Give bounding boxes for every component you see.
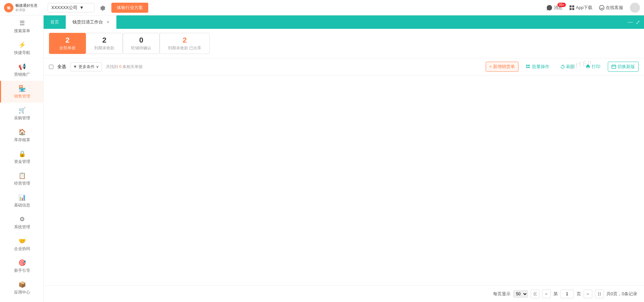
more-filter-label: 更多条件 xyxy=(78,64,95,70)
settings-button[interactable] xyxy=(97,2,108,13)
sidebar-label-marketing: 营销推广 xyxy=(14,72,30,77)
company-name: XXXXXX公司 xyxy=(51,5,77,11)
sidebar-item-system[interactable]: ⚙ 系统管理 xyxy=(0,212,43,233)
add-sale-order-button[interactable]: + 新增销货单 xyxy=(486,62,519,72)
svg-text:畅: 畅 xyxy=(7,6,10,10)
stat-tab-out[interactable]: 2 到期未收款 已出库 xyxy=(160,33,210,54)
logo-sub-text: 标准版 xyxy=(15,8,38,12)
svg-rect-2 xyxy=(570,5,572,7)
enterprise-icon: 🤝 xyxy=(18,237,26,245)
more-filter-button[interactable]: ▼ 更多条件 ∨ xyxy=(70,62,102,71)
sidebar-item-purchase[interactable]: 🛒 采购管理 xyxy=(0,103,43,124)
svg-rect-10 xyxy=(528,67,530,68)
top-header: 畅 畅捷通好生意 标准版 XXXXXX公司 ▼ 体验行业方案 消息 99+ xyxy=(0,0,644,15)
svg-rect-5 xyxy=(572,8,574,10)
sidebar-item-basic-info[interactable]: 📊 基础信息 xyxy=(0,190,43,212)
avatar xyxy=(630,3,640,13)
trial-button[interactable]: 体验行业方案 xyxy=(111,3,148,13)
last-page-button[interactable]: ⟩⟩ xyxy=(595,290,604,298)
finance-icon: 🔒 xyxy=(18,150,26,158)
next-page-button[interactable]: ＞ xyxy=(584,290,592,298)
sales-icon: 🏪 xyxy=(18,85,26,92)
toolbar-right: + 新增销货单 批量操作 刷新 xyxy=(486,62,639,72)
batch-btn-label: 批量操作 xyxy=(532,64,549,70)
filter-chevron-icon: ∨ xyxy=(96,64,99,69)
svg-rect-8 xyxy=(528,65,530,66)
stat-tab-overdue[interactable]: 2 到期未收款 xyxy=(86,33,123,54)
search-menu-icon: ☰ xyxy=(19,19,25,27)
print-btn-label: 打印 xyxy=(592,64,600,70)
stats-tabs: 2 全部单据 2 到期未收款 0 旺铺待确认 2 到期未收款 已出库 xyxy=(44,29,644,58)
refresh-button[interactable]: 刷新 xyxy=(557,62,578,71)
stat-num-pending: 0 xyxy=(139,36,143,45)
tab-minimize-icon[interactable]: — xyxy=(628,19,633,25)
company-selector[interactable]: XXXXXX公司 ▼ xyxy=(48,3,95,12)
sidebar-item-search-menu[interactable]: ☰ 搜索菜单 xyxy=(0,15,43,37)
pagination: 每页显示 50 ⟨⟨ ＜ 第 页 ＞ ⟩⟩ 共0页，0条记录 xyxy=(44,285,644,302)
stat-tab-pending[interactable]: 0 旺铺待确认 xyxy=(123,33,160,54)
basic-info-icon: 📊 xyxy=(18,194,26,201)
sidebar-label-basic: 基础信息 xyxy=(14,202,30,208)
app-download-button[interactable]: App下载 xyxy=(569,5,592,11)
sidebar-item-inventory[interactable]: 🏠 库存核算 xyxy=(0,124,43,146)
user-avatar-area[interactable] xyxy=(630,3,640,13)
header-right: 消息 99+ App下载 在线客服 xyxy=(546,3,640,13)
tab-expand-icon[interactable]: ⤢ xyxy=(636,19,640,25)
select-all-label: 全选 xyxy=(57,64,66,70)
main-layout: ☰ 搜索菜单 ⚡ 快捷导航 📢 营销推广 🏪 销售管理 🛒 采购管理 🏠 库存核… xyxy=(0,15,644,302)
sidebar-label-finance: 资金管理 xyxy=(14,159,30,165)
page-label: 第 xyxy=(553,291,558,297)
sidebar-item-guide[interactable]: 🎯 新手引导 xyxy=(0,255,43,277)
batch-operation-button[interactable]: 批量操作 xyxy=(523,62,553,71)
sidebar-item-wechat[interactable]: 💬 企业微信 xyxy=(0,299,43,302)
found-count: 0 xyxy=(119,64,121,69)
found-unit: 条相关单据 xyxy=(122,64,143,69)
sidebar-item-app-center[interactable]: 📦 应用中心 xyxy=(0,277,43,299)
filter-icon: ▼ xyxy=(73,64,77,69)
sidebar-label-search: 搜索菜单 xyxy=(14,28,30,34)
first-page-button[interactable]: ⟨⟨ xyxy=(531,290,539,298)
tab-home[interactable]: 首页 xyxy=(44,15,66,29)
select-all-checkbox[interactable] xyxy=(49,65,53,69)
toolbar: 全选 ▼ 更多条件 ∨ 共找到 0 条相关单据 + 新增销货单 批量操作 xyxy=(44,58,644,75)
app-center-icon: 📦 xyxy=(18,281,26,288)
sidebar-item-operation[interactable]: 📋 经营管理 xyxy=(0,168,43,190)
sidebar-item-enterprise[interactable]: 🤝 企业协同 xyxy=(0,233,43,255)
svg-rect-9 xyxy=(526,67,528,68)
stat-tab-all[interactable]: 2 全部单据 xyxy=(49,33,86,54)
purchase-icon: 🛒 xyxy=(18,107,26,114)
sidebar-label-sales: 销售管理 xyxy=(14,94,30,99)
system-icon: ⚙ xyxy=(19,216,25,223)
operation-icon: 📋 xyxy=(18,172,26,179)
stat-label-overdue: 到期未收款 xyxy=(94,45,114,51)
sidebar-item-quick-nav[interactable]: ⚡ 快捷导航 xyxy=(0,37,43,59)
logo-text: 畅捷通好生意 标准版 xyxy=(15,3,38,12)
online-service-label: 在线客服 xyxy=(606,5,623,11)
content-area: 首页 钱货日清工作台 ✕ — ⤢ 2 全部单据 2 到期未收款 xyxy=(44,15,644,302)
switch-new-version-button[interactable]: 切换新版 xyxy=(608,62,639,72)
sidebar-label-operation: 经营管理 xyxy=(14,181,30,186)
tab-close-icon[interactable]: ✕ xyxy=(106,20,110,24)
page-content: 2 全部单据 2 到期未收款 0 旺铺待确认 2 到期未收款 已出库 xyxy=(44,29,644,302)
guide-icon: 🎯 xyxy=(18,259,26,266)
message-button[interactable]: 消息 99+ xyxy=(546,5,562,11)
stat-label-out: 到期未收款 已出库 xyxy=(168,45,201,51)
tab-workbench-label: 钱货日清工作台 xyxy=(72,19,103,25)
tab-workbench[interactable]: 钱货日清工作台 ✕ xyxy=(66,15,116,29)
page-input[interactable] xyxy=(560,290,574,298)
sidebar-label-enterprise: 企业协同 xyxy=(14,246,30,252)
logo-icon: 畅 xyxy=(4,3,13,12)
online-service-button[interactable]: 在线客服 xyxy=(599,5,623,11)
per-page-select[interactable]: 50 xyxy=(513,290,528,298)
sidebar-item-finance[interactable]: 🔒 资金管理 xyxy=(0,146,43,168)
sidebar-item-marketing[interactable]: 📢 营销推广 xyxy=(0,59,43,81)
prev-page-button[interactable]: ＜ xyxy=(542,290,551,298)
table-area xyxy=(44,75,644,285)
sidebar-item-sales[interactable]: 🏪 销售管理 xyxy=(0,81,43,103)
sidebar-label-quicknav: 快捷导航 xyxy=(14,50,30,56)
print-button[interactable]: 打印 xyxy=(582,62,604,71)
stat-num-all: 2 xyxy=(65,36,69,45)
sidebar-label-purchase: 采购管理 xyxy=(14,115,30,121)
quick-nav-icon: ⚡ xyxy=(18,41,26,49)
stat-label-all: 全部单据 xyxy=(59,45,75,51)
